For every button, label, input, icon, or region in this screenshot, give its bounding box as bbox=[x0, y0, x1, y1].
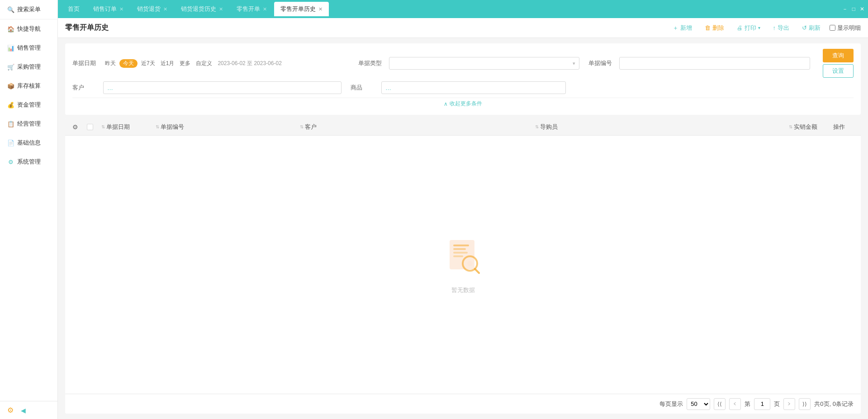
filter-buttons: 查询 设置 bbox=[823, 49, 854, 78]
customer-label: 客户 bbox=[72, 84, 100, 92]
top-navigation: 首页 销售订单 ✕ 销货退货 ✕ 销货退货历史 ✕ 零售开单 ✕ 零售开单历史 … bbox=[58, 0, 868, 18]
th-amount[interactable]: ⇅ 实销金额 bbox=[767, 123, 821, 131]
tab-retail-open-history-close[interactable]: ✕ bbox=[318, 6, 323, 12]
tab-retail-open-history[interactable]: 零售开单历史 ✕ bbox=[274, 2, 329, 16]
page-number-input[interactable] bbox=[754, 398, 770, 410]
tab-retail-open[interactable]: 零售开单 ✕ bbox=[230, 2, 273, 16]
sidebar-item-label: 采购管理 bbox=[17, 63, 41, 71]
sort-icon-customer: ⇅ bbox=[300, 124, 304, 129]
tab-sales-return-label: 销货退货 bbox=[137, 5, 161, 13]
empty-illustration bbox=[441, 235, 486, 281]
customer-field: 客户 … bbox=[72, 81, 342, 94]
th-customer[interactable]: ⇅ 客户 bbox=[296, 123, 531, 131]
th-guide-label: 导购员 bbox=[540, 123, 558, 131]
goods-label: 商品 bbox=[351, 84, 378, 92]
order-no-input[interactable] bbox=[619, 57, 810, 70]
window-close[interactable]: ✕ bbox=[860, 6, 864, 12]
delete-button[interactable]: 🗑 删除 bbox=[701, 22, 728, 34]
tab-sales-order[interactable]: 销售订单 ✕ bbox=[87, 2, 130, 16]
table-header: ⚙ ⇅ 单据日期 ⇅ 单据编号 ⇅ 客户 ⇅ bbox=[65, 118, 861, 136]
tab-sales-return-history[interactable]: 销货退货历史 ✕ bbox=[175, 2, 229, 16]
customer-select[interactable]: … bbox=[103, 81, 342, 94]
sidebar-search-label: 搜索采单 bbox=[17, 5, 41, 14]
tab-sales-order-close[interactable]: ✕ bbox=[119, 6, 123, 12]
per-page-label: 每页显示 bbox=[659, 400, 683, 408]
th-ops: 操作 bbox=[821, 123, 857, 131]
th-checkbox[interactable] bbox=[83, 124, 98, 130]
toolbar: 零售开单历史 ＋ 新增 🗑 删除 🖨 打印 ▾ ↑ 导出 ↺ 刷新 bbox=[58, 18, 868, 38]
display-detail-checkbox[interactable]: 显示明细 bbox=[830, 24, 861, 32]
collapse-button[interactable]: ∧ 收起更多条件 bbox=[72, 98, 854, 109]
date-label: 单据日期 bbox=[72, 59, 100, 67]
settings-icon[interactable]: ⚙ bbox=[7, 406, 14, 414]
header-checkbox[interactable] bbox=[87, 124, 93, 130]
date-btn-1month[interactable]: 近1月 bbox=[159, 59, 176, 68]
goods-select[interactable]: … bbox=[381, 81, 566, 94]
order-no-field: 单据编号 bbox=[588, 57, 810, 70]
date-btn-yesterday[interactable]: 昨天 bbox=[103, 59, 118, 68]
next-page-button[interactable]: ﹥ bbox=[783, 398, 795, 410]
sidebar-item-quick-nav[interactable]: 🏠 快捷导航 bbox=[0, 19, 57, 38]
main-area: 首页 销售订单 ✕ 销货退货 ✕ 销货退货历史 ✕ 零售开单 ✕ 零售开单历史 … bbox=[58, 0, 868, 419]
refresh-button[interactable]: ↺ 刷新 bbox=[798, 22, 824, 34]
sidebar-item-purchase-mgmt[interactable]: 🛒 采购管理 bbox=[0, 57, 57, 76]
sidebar-item-search[interactable]: 🔍 搜索采单 bbox=[0, 0, 57, 19]
th-guide[interactable]: ⇅ 导购员 bbox=[531, 123, 653, 131]
filter-row-2: 客户 … 商品 … bbox=[72, 81, 854, 94]
table-card: ⚙ ⇅ 单据日期 ⇅ 单据编号 ⇅ 客户 ⇅ bbox=[65, 118, 861, 414]
window-maximize[interactable]: □ bbox=[852, 6, 855, 12]
sidebar-item-sys-mgmt[interactable]: ⚙ 系统管理 bbox=[0, 152, 57, 171]
settings-gear-icon[interactable]: ⚙ bbox=[72, 123, 78, 131]
add-icon: ＋ bbox=[673, 24, 678, 32]
add-label: 新增 bbox=[680, 24, 692, 32]
first-page-button[interactable]: ⟨⟨ bbox=[714, 398, 726, 410]
customer-ellipsis: … bbox=[107, 85, 113, 91]
tab-retail-open-close[interactable]: ✕ bbox=[263, 6, 267, 12]
th-settings[interactable]: ⚙ bbox=[69, 123, 83, 131]
th-amount-label: 实销金额 bbox=[794, 123, 817, 131]
display-detail-input[interactable] bbox=[830, 25, 835, 31]
th-order-no[interactable]: ⇅ 单据编号 bbox=[152, 123, 296, 131]
collapse-sidebar-icon[interactable]: ◀ bbox=[21, 407, 26, 414]
filter-panel: 单据日期 昨天 今天 近7天 近1月 更多 自定义 2023-06-02 至 2… bbox=[65, 43, 861, 115]
tab-sales-return-close[interactable]: ✕ bbox=[163, 6, 167, 12]
order-type-label: 单据类型 bbox=[358, 59, 385, 67]
goods-ellipsis: … bbox=[385, 85, 391, 91]
per-page-select[interactable]: 10 20 50 100 bbox=[687, 398, 710, 410]
date-btn-7days[interactable]: 近7天 bbox=[139, 59, 157, 68]
sidebar-item-label: 资金管理 bbox=[17, 101, 41, 109]
last-page-button[interactable]: ⟩⟩ bbox=[799, 398, 811, 410]
clipboard-icon: 📋 bbox=[7, 120, 14, 127]
sidebar-item-ops-mgmt[interactable]: 📋 经营管理 bbox=[0, 114, 57, 133]
topnav-right: － □ ✕ bbox=[842, 5, 864, 13]
sidebar-item-label: 库存核算 bbox=[17, 82, 41, 90]
date-btn-today[interactable]: 今天 bbox=[119, 59, 138, 68]
setting-button[interactable]: 设置 bbox=[823, 64, 854, 78]
sidebar: 🔍 搜索采单 🏠 快捷导航 📊 销售管理 🛒 采购管理 📦 库存核算 💰 资金管… bbox=[0, 0, 58, 419]
date-range-text: 2023-06-02 至 2023-06-02 bbox=[218, 60, 281, 67]
query-button[interactable]: 查询 bbox=[823, 49, 854, 62]
th-date[interactable]: ⇅ 单据日期 bbox=[98, 123, 152, 131]
tab-sales-return[interactable]: 销货退货 ✕ bbox=[131, 2, 174, 16]
add-button[interactable]: ＋ 新增 bbox=[669, 22, 696, 34]
sidebar-item-finance[interactable]: 💰 资金管理 bbox=[0, 95, 57, 114]
delete-label: 删除 bbox=[712, 24, 724, 32]
date-btn-custom[interactable]: 自定义 bbox=[194, 59, 214, 68]
export-button[interactable]: ↑ 导出 bbox=[769, 22, 793, 34]
sidebar-item-inventory[interactable]: 📦 库存核算 bbox=[0, 76, 57, 95]
prev-page-button[interactable]: ﹤ bbox=[729, 398, 741, 410]
print-label: 打印 bbox=[745, 24, 756, 32]
sidebar-item-base-info[interactable]: 📄 基础信息 bbox=[0, 133, 57, 152]
tab-sales-return-history-close[interactable]: ✕ bbox=[219, 6, 223, 12]
tab-home[interactable]: 首页 bbox=[62, 2, 86, 16]
window-minimize[interactable]: － bbox=[842, 5, 848, 13]
date-btn-more[interactable]: 更多 bbox=[178, 59, 192, 68]
export-label: 导出 bbox=[778, 24, 789, 32]
print-chevron-icon: ▾ bbox=[758, 25, 760, 30]
print-button[interactable]: 🖨 打印 ▾ bbox=[733, 22, 764, 34]
filter-row-1: 单据日期 昨天 今天 近7天 近1月 更多 自定义 2023-06-02 至 2… bbox=[72, 49, 854, 78]
order-type-select[interactable]: ▾ bbox=[389, 57, 580, 70]
tab-sales-return-history-label: 销货退货历史 bbox=[181, 5, 216, 13]
collapse-up-icon: ∧ bbox=[444, 101, 448, 107]
sidebar-item-sales-mgmt[interactable]: 📊 销售管理 bbox=[0, 38, 57, 57]
